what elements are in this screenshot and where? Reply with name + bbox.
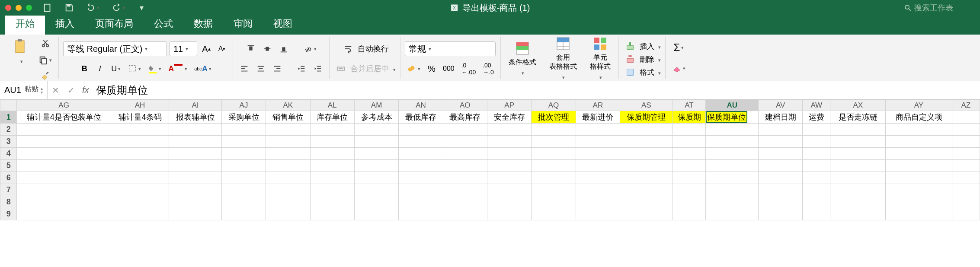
cell-AG4[interactable] xyxy=(17,148,111,160)
cell-AW7[interactable] xyxy=(803,184,830,196)
cell-AJ7[interactable] xyxy=(221,184,266,196)
cell-AR9[interactable] xyxy=(576,208,620,220)
col-header-AU[interactable]: AU xyxy=(706,100,759,111)
format-cells-button[interactable]: 格式 xyxy=(640,67,654,77)
cell-AN7[interactable] xyxy=(399,184,443,196)
tab-home[interactable]: 开始 xyxy=(5,14,45,35)
cell-AI5[interactable] xyxy=(169,160,222,172)
insert-cells-button[interactable]: 插入 xyxy=(640,41,654,51)
cell-styles-button[interactable]: 单元 格样式 xyxy=(586,34,614,82)
cell-AY2[interactable] xyxy=(886,124,952,136)
col-header-AV[interactable]: AV xyxy=(758,100,802,111)
cell-AV3[interactable] xyxy=(758,136,802,148)
cell-AZ9[interactable] xyxy=(952,208,980,220)
cell-AJ8[interactable] xyxy=(221,196,266,208)
cell-AY8[interactable] xyxy=(886,196,952,208)
cell-AS7[interactable] xyxy=(620,184,673,196)
save-button[interactable] xyxy=(62,1,76,14)
cell-AJ1[interactable]: 采购单位 xyxy=(221,111,266,124)
cell-AK4[interactable] xyxy=(266,148,310,160)
new-file-button[interactable] xyxy=(41,1,54,14)
cell-AL7[interactable] xyxy=(310,184,354,196)
cell-AW6[interactable] xyxy=(803,172,830,184)
cell-AQ9[interactable] xyxy=(532,208,576,220)
cell-AN9[interactable] xyxy=(399,208,443,220)
cell-AX2[interactable] xyxy=(830,124,886,136)
cell-AV4[interactable] xyxy=(758,148,802,160)
increase-indent-button[interactable] xyxy=(311,62,325,75)
maximize-window-button[interactable] xyxy=(26,5,32,11)
cell-AK9[interactable] xyxy=(266,208,310,220)
cell-AO4[interactable] xyxy=(443,148,487,160)
cell-AP9[interactable] xyxy=(487,208,531,220)
tab-insert[interactable]: 插入 xyxy=(45,14,85,35)
cell-AJ9[interactable] xyxy=(221,208,266,220)
cell-AI9[interactable] xyxy=(169,208,222,220)
cell-AV2[interactable] xyxy=(758,124,802,136)
align-center-button[interactable] xyxy=(254,62,268,75)
cell-AS2[interactable] xyxy=(620,124,673,136)
tab-data[interactable]: 数据 xyxy=(183,14,223,35)
cell-AU9[interactable] xyxy=(706,208,759,220)
cell-AR1[interactable]: 最新进价 xyxy=(576,111,620,124)
row-header-2[interactable]: 2 xyxy=(0,124,17,136)
cell-AI1[interactable]: 报表辅单位 xyxy=(169,111,222,124)
cell-AU3[interactable] xyxy=(706,136,759,148)
cell-AY4[interactable] xyxy=(886,148,952,160)
cell-AV8[interactable] xyxy=(758,196,802,208)
cell-AQ3[interactable] xyxy=(532,136,576,148)
cell-AH1[interactable]: 辅计量4条码 xyxy=(111,111,169,124)
cell-AW4[interactable] xyxy=(803,148,830,160)
cell-AO1[interactable]: 最高库存 xyxy=(443,111,487,124)
col-header-AG[interactable]: AG xyxy=(17,100,111,111)
cell-AW1[interactable]: 运费 xyxy=(803,111,830,124)
cell-AG5[interactable] xyxy=(17,160,111,172)
tab-view[interactable]: 视图 xyxy=(263,14,303,35)
cell-AI4[interactable] xyxy=(169,148,222,160)
cell-AG2[interactable] xyxy=(17,124,111,136)
cell-AN6[interactable] xyxy=(399,172,443,184)
cell-AO8[interactable] xyxy=(443,196,487,208)
col-header-AZ[interactable]: AZ xyxy=(952,100,980,111)
cell-AT1[interactable]: 保质期 xyxy=(673,111,706,124)
cell-AS6[interactable] xyxy=(620,172,673,184)
cell-AZ7[interactable] xyxy=(952,184,980,196)
cell-AQ7[interactable] xyxy=(532,184,576,196)
col-header-AN[interactable]: AN xyxy=(399,100,443,111)
fill-color-button[interactable] xyxy=(146,62,163,75)
format-cells-icon[interactable] xyxy=(623,66,637,79)
cell-AY1[interactable]: 商品自定义项 xyxy=(886,111,952,124)
cell-AV6[interactable] xyxy=(758,172,802,184)
cell-AI6[interactable] xyxy=(169,172,222,184)
col-header-AK[interactable]: AK xyxy=(266,100,310,111)
comma-format-button[interactable]: 000 xyxy=(441,62,457,75)
cell-AL5[interactable] xyxy=(310,160,354,172)
cell-AU7[interactable] xyxy=(706,184,759,196)
cell-AO9[interactable] xyxy=(443,208,487,220)
fx-label[interactable]: fx xyxy=(79,85,93,95)
minimize-window-button[interactable] xyxy=(16,5,22,11)
cell-AM5[interactable] xyxy=(354,160,398,172)
cell-AK7[interactable] xyxy=(266,184,310,196)
cell-AJ3[interactable] xyxy=(221,136,266,148)
col-header-AS[interactable]: AS xyxy=(620,100,673,111)
cell-AW8[interactable] xyxy=(803,196,830,208)
cell-AJ4[interactable] xyxy=(221,148,266,160)
autosum-button[interactable]: Σ xyxy=(671,41,686,54)
tab-page-layout[interactable]: 页面布局 xyxy=(85,14,144,35)
cell-AR7[interactable] xyxy=(576,184,620,196)
clear-button[interactable] xyxy=(670,62,688,75)
cell-AN1[interactable]: 最低库存 xyxy=(399,111,443,124)
qat-customize-button[interactable]: ▾ xyxy=(135,1,148,14)
border-button[interactable] xyxy=(125,62,143,75)
bold-button[interactable]: B xyxy=(78,62,91,75)
cell-AW3[interactable] xyxy=(803,136,830,148)
cell-AG7[interactable] xyxy=(17,184,111,196)
insert-cells-icon[interactable] xyxy=(623,40,637,53)
cell-AY5[interactable] xyxy=(886,160,952,172)
cell-AH9[interactable] xyxy=(111,208,169,220)
cell-AT8[interactable] xyxy=(673,196,706,208)
decrease-decimal-button[interactable]: .00→.0 xyxy=(480,62,496,75)
cell-AH3[interactable] xyxy=(111,136,169,148)
cell-AY9[interactable] xyxy=(886,208,952,220)
